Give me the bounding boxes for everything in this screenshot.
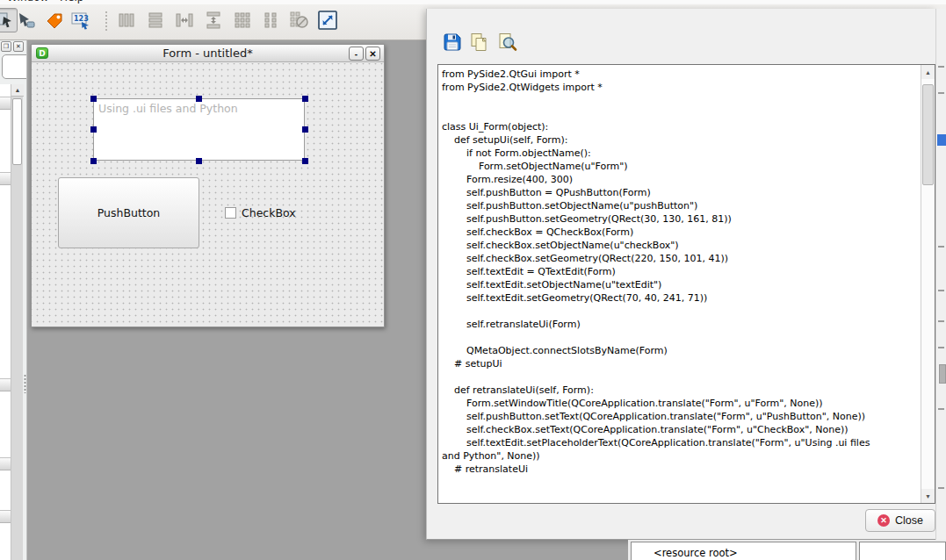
code-line: QMetaObject.connectSlotsByName(Form): [442, 344, 921, 357]
save-icon: [442, 32, 463, 53]
close-dialog-button[interactable]: ✕ Close: [865, 509, 935, 532]
tree-branch-mark: [938, 92, 944, 94]
code-scrollbar-thumb[interactable]: [922, 84, 934, 185]
selection-handle-e[interactable]: [302, 126, 308, 133]
code-line: self.retranslateUi(Form): [442, 318, 921, 331]
code-line: self.checkBox.setText(QCoreApplication.t…: [442, 423, 921, 436]
selection-handle-w[interactable]: [90, 126, 97, 133]
qt-designer-screen: Window Help 123: [0, 0, 946, 560]
resource-browser-strip: <resource root>: [628, 540, 946, 560]
layout-vertical-splitter-icon: [204, 11, 223, 30]
layout-horizontal-icon: [117, 11, 136, 30]
edit-signals-slots-button[interactable]: [14, 8, 39, 32]
tree-branch-mark: [938, 347, 944, 348]
edit-buddies-button[interactable]: [42, 8, 67, 32]
form-canvas[interactable]: Using .ui files and Python PushButton Ch…: [32, 63, 384, 327]
scrollbar-up-icon[interactable]: ▲: [11, 84, 24, 97]
layout-vertical-splitter-button[interactable]: [201, 8, 226, 32]
selection-handle-n[interactable]: [196, 96, 202, 102]
copy-button[interactable]: [466, 30, 491, 54]
widget-filter-input[interactable]: [2, 54, 27, 79]
close-button-label: Close: [895, 514, 923, 527]
find-button[interactable]: [495, 30, 520, 54]
checkbox-widget[interactable]: CheckBox: [225, 195, 314, 231]
dock-float-button[interactable]: ❐: [1, 41, 11, 52]
dock-splitter-handle[interactable]: [24, 374, 26, 393]
textedit-placeholder: Using .ui files and Python: [98, 102, 238, 115]
scroll-up-icon[interactable]: ▲: [921, 65, 935, 79]
edit-tab-order-icon: 123: [70, 11, 91, 30]
checkbox-label: CheckBox: [242, 206, 296, 219]
scroll-down-icon[interactable]: ▼: [921, 489, 935, 503]
code-line: [442, 305, 921, 318]
code-scrollbar[interactable]: ▲ ▼: [921, 65, 935, 503]
svg-text:123: 123: [74, 15, 89, 23]
form-window-titlebar[interactable]: D Form - untitled* - ✕: [32, 45, 384, 62]
selection-handle-se[interactable]: [302, 158, 308, 164]
code-line: def setupUi(self, Form):: [442, 133, 921, 147]
close-window-button[interactable]: ✕: [365, 47, 380, 61]
code-line: self.textEdit = QTextEdit(Form): [442, 265, 921, 278]
code-line: self.textEdit.setObjectName(u"textEdit"): [442, 278, 921, 291]
selection-handle-ne[interactable]: [302, 96, 308, 102]
widget-category-row[interactable]: [0, 510, 11, 523]
widget-category-row[interactable]: [0, 172, 11, 185]
selected-row-sliver: [937, 134, 946, 146]
code-line: self.checkBox = QCheckBox(Form): [442, 226, 921, 239]
code-line: Form.setWindowTitle(QCoreApplication.tra…: [442, 397, 921, 410]
layout-vertical-icon: [146, 11, 165, 30]
tree-branch-mark: [938, 290, 944, 291]
selection-handle-nw[interactable]: [90, 96, 97, 102]
widget-category-row[interactable]: [0, 378, 11, 391]
layout-horizontal-button[interactable]: [114, 8, 139, 32]
layout-form-button[interactable]: [259, 8, 284, 32]
code-line: from PySide2.QtGui import *: [442, 68, 921, 81]
selection-handle-sw[interactable]: [90, 158, 97, 164]
edit-tab-order-button[interactable]: 123: [69, 8, 93, 32]
menu-help[interactable]: Help: [60, 0, 83, 4]
tree-branch-mark: [938, 66, 944, 68]
textedit-widget[interactable]: Using .ui files and Python: [93, 98, 305, 161]
scrollbar-thumb-sliver[interactable]: [939, 364, 946, 384]
code-line: self.pushButton.setText(QCoreApplication…: [442, 410, 921, 423]
minimize-button[interactable]: -: [349, 47, 364, 61]
save-button[interactable]: [440, 30, 465, 54]
code-line: if not Form.objectName():: [442, 147, 921, 160]
selection-handle-s[interactable]: [196, 158, 202, 164]
resource-tree-panel[interactable]: <resource root>: [631, 542, 856, 560]
resource-detail-panel[interactable]: [859, 542, 946, 560]
form-window-title: Form - untitled*: [32, 47, 384, 60]
layout-grid-button[interactable]: [230, 8, 255, 32]
dock-close-button[interactable]: ✕: [13, 41, 24, 52]
copy-icon: [468, 32, 489, 53]
close-red-icon: ✕: [877, 514, 890, 527]
code-line: self.checkBox.setGeometry(QRect(220, 150…: [442, 252, 921, 265]
code-line: def retranslateUi(self, Form):: [442, 384, 921, 397]
layout-horizontal-splitter-icon: [175, 11, 194, 30]
code-view[interactable]: from PySide2.QtGui import *from PySide2.…: [437, 64, 935, 504]
widget-category-row[interactable]: [0, 97, 11, 110]
code-line: self.textEdit.setGeometry(QRect(70, 40, …: [442, 291, 921, 305]
pushbutton-widget[interactable]: PushButton: [58, 177, 199, 248]
right-edge-panel: [935, 9, 946, 540]
tree-branch-mark: [938, 320, 944, 322]
widget-box-list[interactable]: [0, 84, 11, 560]
edit-widgets-icon: [0, 11, 15, 30]
layout-vertical-button[interactable]: [143, 8, 168, 32]
adjust-size-icon: [317, 10, 338, 31]
widget-box-scrollbar[interactable]: ▲: [11, 84, 23, 560]
toolbar-separator: [105, 11, 107, 31]
menu-window[interactable]: Window: [7, 0, 48, 4]
widget-category-row[interactable]: [0, 457, 11, 470]
layout-horizontal-splitter-button[interactable]: [172, 8, 197, 32]
code-line: Form.resize(400, 300): [442, 173, 921, 186]
code-line: [442, 107, 921, 120]
scrollbar-thumb[interactable]: [12, 98, 22, 165]
resource-root-item[interactable]: <resource root>: [654, 547, 738, 559]
break-layout-button[interactable]: [287, 8, 312, 32]
adjust-size-button[interactable]: [315, 8, 340, 32]
find-icon: [496, 32, 519, 53]
pushbutton-label: PushButton: [97, 206, 161, 219]
form-editor-window: D Form - untitled* - ✕ Using .ui files a…: [31, 44, 385, 327]
code-line: self.pushButton.setObjectName(u"pushButt…: [442, 199, 921, 212]
